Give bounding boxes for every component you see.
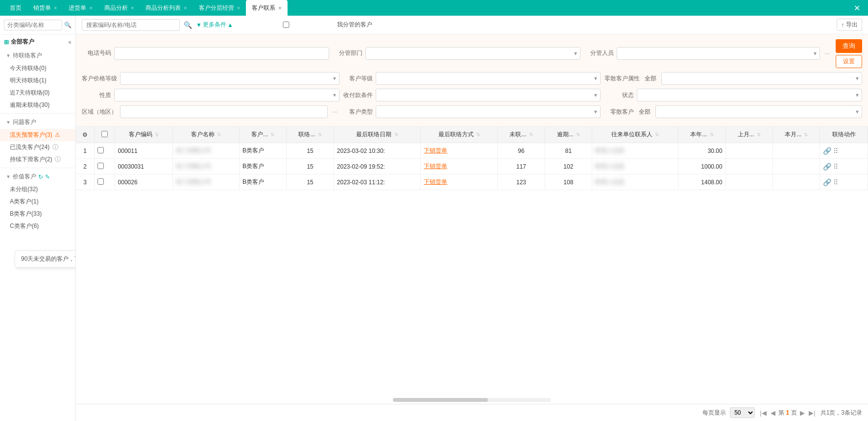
row-contact-person: 联系人信息 — [592, 159, 678, 174]
row-more-icon[interactable]: ⠿ — [833, 147, 838, 155]
col-overdue[interactable]: 逾期... ⇅ — [545, 126, 592, 143]
tab-customer-tier[interactable]: 客户分层经营 × — [193, 0, 246, 16]
filter-status-select[interactable]: ▾ — [637, 89, 862, 101]
filter-customer-level-select[interactable]: ▾ — [376, 72, 601, 85]
filter-zero-attr-select[interactable]: ▾ — [661, 72, 862, 85]
col-last-contact-method[interactable]: 最后联络方式 ⇅ — [421, 126, 498, 143]
filter-dept-select[interactable]: ▾ — [365, 47, 580, 60]
nature-chevron-icon: ▾ — [333, 92, 336, 99]
filter-more-btn[interactable]: ▼ 更多条件 ▲ — [196, 21, 233, 29]
tab-home[interactable]: 首页 — [4, 0, 27, 16]
tab-customer-tier-close[interactable]: × — [237, 5, 240, 11]
sidebar-item-declining[interactable]: 持续下滑客户(2) ⓘ — [0, 153, 75, 166]
query-button[interactable]: 查询 — [836, 39, 862, 53]
filter-region-more[interactable]: ··· — [331, 108, 339, 115]
filter-manager-more[interactable]: ··· — [823, 50, 832, 57]
sidebar-search-icon[interactable]: 🔍 — [64, 22, 72, 28]
tab-customer-contact[interactable]: 客户联系 × — [246, 0, 287, 16]
row-last-contact-method[interactable]: 下销货单 — [421, 159, 498, 174]
col-checkbox[interactable] — [95, 126, 115, 143]
tab-customer-contact-close[interactable]: × — [278, 5, 281, 11]
sidebar-search-input[interactable] — [4, 20, 62, 30]
tab-product-analysis-list-close[interactable]: × — [184, 5, 187, 11]
filter-price-level-select[interactable]: ▾ — [120, 72, 339, 85]
row-link-icon[interactable]: 🔗 — [823, 178, 831, 186]
filter-phone-input[interactable] — [114, 47, 329, 60]
next-page-btn[interactable]: ▶ — [799, 409, 806, 417]
row-checkbox[interactable] — [95, 174, 115, 190]
my-customers-check[interactable] — [237, 22, 335, 28]
tab-purchase-order[interactable]: 进货单 × — [63, 0, 98, 16]
tab-product-analysis[interactable]: 商品分析 × — [98, 0, 140, 16]
sidebar-item-tomorrow-contact[interactable]: 明天待联络(1) — [0, 74, 75, 87]
sidebar-item-unclassified[interactable]: 未分组(32) — [0, 183, 75, 196]
row-checkbox[interactable] — [95, 159, 115, 174]
col-contact-person[interactable]: 往来单位联系人 ⇅ — [592, 126, 678, 143]
col-year-amount[interactable]: 本年... ⇅ — [678, 126, 725, 143]
tab-purchase-order-close[interactable]: × — [89, 5, 92, 11]
window-close-btn[interactable]: ✕ — [850, 3, 864, 13]
sidebar-item-churn-warning[interactable]: 流失预警客户(3) ⚠ — [0, 129, 75, 141]
col-this-month[interactable]: 本月... ⇅ — [773, 126, 820, 143]
sidebar-all-customers[interactable]: ⊞ 全部客户 « — [0, 35, 75, 49]
my-customers-checkbox[interactable]: 我分管的客户 — [237, 21, 372, 29]
sidebar-collapse-icon[interactable]: « — [68, 39, 72, 46]
level-sort-icon: ⇅ — [270, 132, 274, 137]
row-more-icon[interactable]: ⠿ — [833, 178, 838, 186]
tab-sales-order[interactable]: 销货单 × — [27, 0, 63, 16]
sidebar-item-class-b[interactable]: B类客户(33) — [0, 208, 75, 220]
export-button[interactable]: ↑ 导出 — [837, 19, 862, 31]
filter-manager-select[interactable]: ▾ — [617, 47, 820, 60]
filter-dept-field: 分管部门 ▾ — [333, 47, 580, 60]
filter-region-input[interactable] — [120, 105, 328, 118]
last-date-sort-icon: ⇅ — [394, 132, 398, 137]
settings-button[interactable]: 设置 — [836, 55, 862, 68]
col-contact-days[interactable]: 联络... ⇅ — [287, 126, 334, 143]
row-last-contact-method[interactable]: 下销货单 — [421, 143, 498, 159]
row-checkbox[interactable] — [95, 143, 115, 159]
filter-search-icon[interactable]: 🔍 — [184, 21, 192, 29]
col-name[interactable]: 客户名称 ⇅ — [173, 126, 240, 143]
filter-customer-type-select[interactable]: ▾ — [376, 105, 601, 118]
filter-bar: 🔍 ▼ 更多条件 ▲ 我分管的客户 ↑ 导出 — [76, 16, 868, 34]
last-page-btn[interactable]: ▶| — [808, 409, 816, 417]
sidebar-section-value[interactable]: ▼ 价值客户 ↻ ✎ — [0, 170, 75, 183]
select-all-checkbox[interactable] — [101, 131, 108, 137]
per-page-select[interactable]: 50 100 200 — [730, 407, 755, 418]
horizontal-scrollbar[interactable] — [393, 398, 551, 402]
sidebar-item-7day-contact[interactable]: 近7天待联络(0) — [0, 87, 75, 99]
filter-row-2: 客户价格等级 ▾ 客户等级 ▾ 零散客户属性 全部 — [82, 72, 862, 85]
col-level[interactable]: 客户... ⇅ — [240, 126, 287, 143]
tab-product-analysis-close[interactable]: × — [131, 5, 134, 11]
search-input[interactable] — [82, 19, 180, 31]
col-code[interactable]: 客户编码 ⇅ — [115, 126, 173, 143]
filter-payment-select[interactable]: ▾ — [376, 89, 601, 101]
sidebar-item-today-contact[interactable]: 今天待联络(0) — [0, 62, 75, 74]
col-settings[interactable]: ⚙ — [76, 126, 95, 143]
sidebar-item-class-a[interactable]: A类客户(1) — [0, 196, 75, 208]
first-page-btn[interactable]: |◀ — [759, 409, 767, 417]
row-last-contact-method[interactable]: 下销货单 — [421, 174, 498, 190]
scroll-thumb[interactable] — [393, 398, 488, 402]
sidebar-section-problem[interactable]: ▼ 问题客户 — [0, 116, 75, 129]
col-no-contact[interactable]: 未联... ⇅ — [498, 126, 545, 143]
row-link-icon[interactable]: 🔗 — [823, 147, 831, 155]
filter-nature-select[interactable]: ▾ — [114, 89, 339, 101]
filter-row-4: 区域（地区） ··· 客户类型 ▾ 零散客户 全部 ▾ — [82, 105, 862, 118]
refresh-icon[interactable]: ↻ — [38, 173, 43, 180]
row-more-icon[interactable]: ⠿ — [833, 163, 838, 171]
sidebar-item-churned[interactable]: 已流失客户(24) ⓘ — [0, 141, 75, 153]
zero-attr-chevron-icon: ▾ — [856, 75, 859, 82]
sidebar-item-overdue-contact[interactable]: 逾期未联络(30) — [0, 99, 75, 111]
sidebar-item-class-c[interactable]: C类客户(6) — [0, 220, 75, 232]
filter-zero-customer-field: 零散客户 全部 ▾ — [604, 105, 862, 118]
sidebar-section-pending[interactable]: ▼ 待联络客户 — [0, 49, 75, 62]
tab-product-analysis-list[interactable]: 商品分析列表 × — [140, 0, 193, 16]
row-link-icon[interactable]: 🔗 — [823, 163, 831, 171]
edit-icon[interactable]: ✎ — [45, 173, 50, 180]
tab-sales-order-close[interactable]: × — [54, 5, 57, 11]
col-last-contact-date[interactable]: 最后联络日期 ⇅ — [334, 126, 420, 143]
filter-zero-customer-select[interactable]: ▾ — [655, 105, 862, 118]
prev-page-btn[interactable]: ◀ — [770, 409, 776, 417]
col-last-month[interactable]: 上月... ⇅ — [725, 126, 772, 143]
